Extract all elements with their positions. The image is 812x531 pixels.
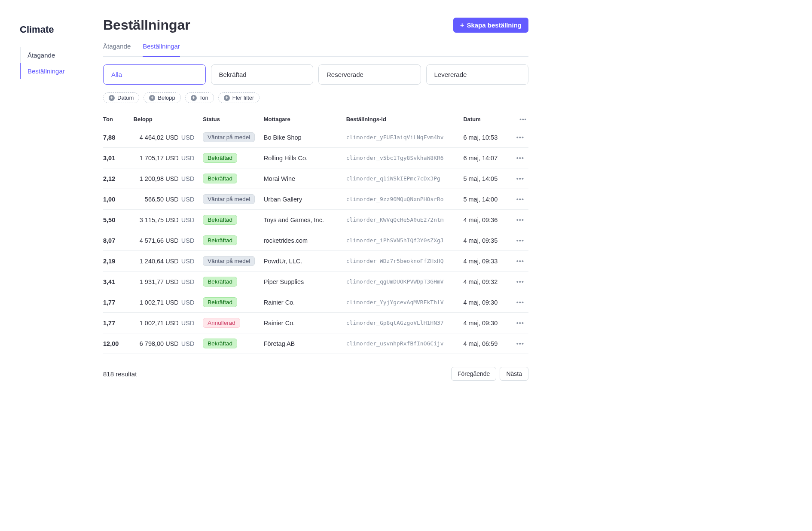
cell-status: Väntar på medel xyxy=(203,251,263,272)
cell-order-id: climorder_v5bc1Tgy8SvkhaW8KR6 xyxy=(346,148,464,168)
cell-date: 5 maj, 14:05 xyxy=(463,168,515,189)
row-actions[interactable]: ••• xyxy=(516,272,528,292)
cell-date: 4 maj, 09:33 xyxy=(463,251,515,272)
tabs: ÅtagandeBeställningar xyxy=(103,41,528,57)
cell-amount: 4 464,02 USD xyxy=(134,127,181,148)
cell-amount: 1 931,77 USD xyxy=(134,272,181,292)
tab-0[interactable]: Åtagande xyxy=(103,41,131,57)
col-header-amount[interactable]: Belopp xyxy=(134,113,203,127)
filter-card-0[interactable]: Alla xyxy=(103,64,206,85)
status-badge: Väntar på medel xyxy=(203,132,255,142)
row-actions[interactable]: ••• xyxy=(516,333,528,354)
filter-card-2[interactable]: Reserverade xyxy=(318,64,421,85)
plus-circle-icon: + xyxy=(149,95,155,101)
cell-ton: 12,00 xyxy=(103,333,134,354)
next-button[interactable]: Nästa xyxy=(500,367,528,381)
cell-order-id: climorder_q1iWSkIEPmc7cDx3Pg xyxy=(346,168,464,189)
cell-currency: USD xyxy=(181,333,203,354)
cell-date: 4 maj, 09:32 xyxy=(463,272,515,292)
table-row[interactable]: 1,00566,50 USDUSDVäntar på medelUrban Ga… xyxy=(103,189,528,210)
cell-order-id: climorder_yFUFJaiqViLNqFvm4bv xyxy=(346,127,464,148)
cell-status: Väntar på medel xyxy=(203,127,263,148)
cell-ton: 2,19 xyxy=(103,251,134,272)
more-icon: ••• xyxy=(516,196,524,203)
prev-button[interactable]: Föregående xyxy=(451,367,497,381)
cell-status: Annullerad xyxy=(203,313,263,333)
cell-status: Bekräftad xyxy=(203,210,263,230)
cell-order-id: climorder_KWVqQcHe5A0uE272ntm xyxy=(346,210,464,230)
cell-currency: USD xyxy=(181,272,203,292)
row-actions[interactable]: ••• xyxy=(516,230,528,251)
cell-currency: USD xyxy=(181,127,203,148)
col-header-order-id[interactable]: Beställnings-id xyxy=(346,113,464,127)
table-row[interactable]: 5,503 115,75 USDUSDBekräftadToys and Gam… xyxy=(103,210,528,230)
row-actions[interactable]: ••• xyxy=(516,189,528,210)
sidebar-item-1[interactable]: Beställningar xyxy=(20,63,82,79)
cell-currency: USD xyxy=(181,313,203,333)
cell-status: Bekräftad xyxy=(203,272,263,292)
filter-chip-label: Ton xyxy=(199,95,208,101)
row-actions[interactable]: ••• xyxy=(516,127,528,148)
table-row[interactable]: 3,411 931,77 USDUSDBekräftadPiper Suppli… xyxy=(103,272,528,292)
table-row[interactable]: 12,006 798,00 USDUSDBekräftadFöretag ABc… xyxy=(103,333,528,354)
filter-card-3[interactable]: Levererade xyxy=(426,64,529,85)
cell-date: 6 maj, 10:53 xyxy=(463,127,515,148)
orders-table: Ton Belopp Status Mottagare Beställnings… xyxy=(103,113,528,354)
cell-order-id: climorder_qgUmDUOKPVWDpT3GHmV xyxy=(346,272,464,292)
cell-currency: USD xyxy=(181,251,203,272)
cell-ton: 3,41 xyxy=(103,272,134,292)
table-row[interactable]: 3,011 705,17 USDUSDBekräftadRolling Hill… xyxy=(103,148,528,168)
more-icon: ••• xyxy=(516,258,524,265)
cell-ton: 1,00 xyxy=(103,189,134,210)
status-badge: Bekräftad xyxy=(203,153,237,163)
table-row[interactable]: 1,771 002,71 USDUSDBekräftadRainier Co.c… xyxy=(103,292,528,313)
cell-order-id: climorder_usvnhpRxfBfInOGCijv xyxy=(346,333,464,354)
main-content: Beställningar + Skapa beställning Åtagan… xyxy=(82,0,554,531)
cell-ton: 8,07 xyxy=(103,230,134,251)
col-header-ton[interactable]: Ton xyxy=(103,113,134,127)
table-row[interactable]: 8,074 571,66 USDUSDBekräftadrocketrides.… xyxy=(103,230,528,251)
status-badge: Bekräftad xyxy=(203,174,237,183)
create-order-button[interactable]: + Skapa beställning xyxy=(453,18,528,33)
cell-recipient: Urban Gallery xyxy=(264,189,346,210)
cell-amount: 1 705,17 USD xyxy=(134,148,181,168)
tab-1[interactable]: Beställningar xyxy=(143,41,180,57)
sidebar-item-0[interactable]: Åtagande xyxy=(20,47,82,63)
cell-recipient: PowdUr, LLC. xyxy=(264,251,346,272)
filter-card-1[interactable]: Bekräftad xyxy=(211,64,314,85)
more-icon: ••• xyxy=(516,320,524,327)
cell-amount: 1 200,98 USD xyxy=(134,168,181,189)
table-row[interactable]: 1,771 002,71 USDUSDAnnulleradRainier Co.… xyxy=(103,313,528,333)
table-row[interactable]: 2,121 200,98 USDUSDBekräftadMorai Winecl… xyxy=(103,168,528,189)
cell-date: 4 maj, 09:30 xyxy=(463,292,515,313)
row-actions[interactable]: ••• xyxy=(516,292,528,313)
row-actions[interactable]: ••• xyxy=(516,168,528,189)
sidebar: Climate ÅtagandeBeställningar xyxy=(0,0,82,531)
row-actions[interactable]: ••• xyxy=(516,251,528,272)
filter-chip-3[interactable]: +Fler filter xyxy=(218,92,260,103)
more-icon: ••• xyxy=(516,175,524,182)
table-row[interactable]: 7,884 464,02 USDUSDVäntar på medelBo Bik… xyxy=(103,127,528,148)
row-actions[interactable]: ••• xyxy=(516,210,528,230)
col-header-recipient[interactable]: Mottagare xyxy=(264,113,346,127)
brand-title: Climate xyxy=(20,24,82,35)
row-actions[interactable]: ••• xyxy=(516,148,528,168)
status-badge: Bekräftad xyxy=(203,215,237,225)
filter-chip-label: Fler filter xyxy=(232,95,254,101)
cell-recipient: Företag AB xyxy=(264,333,346,354)
cell-date: 4 maj, 09:35 xyxy=(463,230,515,251)
table-row[interactable]: 2,191 240,64 USDUSDVäntar på medelPowdUr… xyxy=(103,251,528,272)
plus-circle-icon: + xyxy=(224,95,230,101)
cell-order-id: climorder_YyjYgcevAqMVREkThlV xyxy=(346,292,464,313)
page-header: Beställningar + Skapa beställning xyxy=(103,17,528,33)
col-header-date[interactable]: Datum xyxy=(463,113,515,127)
row-actions[interactable]: ••• xyxy=(516,313,528,333)
col-header-actions[interactable]: ••• xyxy=(516,113,528,127)
filter-chip-0[interactable]: +Datum xyxy=(103,92,139,103)
cell-order-id: climorder_iPhSVN5hIQf3Y0sZXgJ xyxy=(346,230,464,251)
more-icon: ••• xyxy=(516,237,524,244)
col-header-status[interactable]: Status xyxy=(203,113,263,127)
cell-date: 4 maj, 09:36 xyxy=(463,210,515,230)
filter-chip-2[interactable]: +Ton xyxy=(185,92,214,103)
filter-chip-1[interactable]: +Belopp xyxy=(143,92,180,103)
